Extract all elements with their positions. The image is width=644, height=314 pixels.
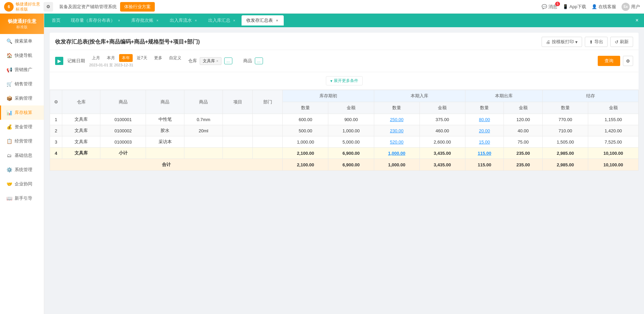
sidebar-logo: 畅捷通好生意 标准版 bbox=[0, 14, 44, 34]
cell-total-in-amt: 3,435.00 bbox=[419, 159, 465, 171]
date-label: 记账日期 bbox=[67, 58, 85, 64]
shortcut-last-month[interactable]: 上月 bbox=[89, 54, 103, 62]
cell-out-amt: 75.00 bbox=[504, 136, 543, 148]
cell-product-name: 采访本 bbox=[146, 136, 184, 148]
tab-close-stock-dist[interactable]: × bbox=[117, 18, 121, 23]
tab-inout-summary[interactable]: 出入库汇总 × bbox=[203, 15, 241, 26]
cell-total-closing-amt: 10,100.00 bbox=[588, 159, 639, 171]
cell-opening-qty: 600.00 bbox=[283, 114, 328, 125]
expand-more-btn[interactable]: ▾ 展开更多条件 bbox=[326, 76, 363, 85]
print-btn[interactable]: 🖨 按模板打印 ▾ bbox=[542, 37, 582, 47]
sidebar-item-search[interactable]: 🔍 搜索菜单 bbox=[0, 34, 44, 48]
cell-in-qty[interactable]: 520.00 bbox=[374, 136, 419, 148]
warehouse-ellipsis[interactable]: ... bbox=[224, 57, 232, 64]
product-ellipsis[interactable]: ... bbox=[255, 57, 263, 64]
tab-home[interactable]: 首页 bbox=[47, 15, 65, 26]
cell-in-qty[interactable]: 230.00 bbox=[374, 125, 419, 136]
chevron-down-icon: ▾ bbox=[575, 39, 578, 45]
refresh-btn[interactable]: ↺ 刷新 bbox=[610, 37, 633, 47]
cell-in-qty[interactable]: 250.00 bbox=[374, 114, 419, 125]
guide-icon: 📖 bbox=[6, 196, 12, 201]
col-opening-amt: 金额 bbox=[328, 102, 374, 114]
app-download-item[interactable]: 📱 App下载 bbox=[563, 4, 586, 10]
sidebar-item-business[interactable]: 📋 经营管理 bbox=[0, 134, 44, 148]
sidebar-item-basic[interactable]: 🗂 基础信息 bbox=[0, 148, 44, 163]
cell-closing-amt: 1,155.00 bbox=[588, 114, 639, 125]
cell-subtotal-in-amt: 3,435.00 bbox=[419, 148, 465, 159]
shortcut-more[interactable]: 更多 bbox=[151, 54, 165, 62]
col-group-closing: 结存 bbox=[543, 90, 639, 102]
export-icon: ⬆ bbox=[589, 39, 593, 45]
cell-closing-qty: 770.00 bbox=[543, 114, 588, 125]
cell-total-opening-qty: 2,100.00 bbox=[283, 159, 328, 171]
shortcut-this-month[interactable]: 本月 bbox=[104, 54, 118, 62]
cell-out-amt: 40.00 bbox=[504, 125, 543, 136]
page-card: 收发存汇总表(按仓库+商品编码+商品+规格型号+项目+部门) 🖨 按模板打印 ▾… bbox=[50, 33, 639, 171]
tab-close-inout-summary[interactable]: × bbox=[232, 18, 236, 23]
shortcut-this-year[interactable]: 本年 bbox=[119, 54, 133, 62]
cell-department bbox=[253, 114, 283, 125]
top-bar: 6 畅捷通好生意 标准版 ⚙ 装备及固定资产辅助管理系统 体验行业方案 💬 消息… bbox=[0, 0, 644, 14]
settings-btn[interactable]: ⚙ bbox=[44, 2, 53, 12]
cell-in-amt: 2,600.00 bbox=[419, 136, 465, 148]
tab-close-recv-send[interactable]: × bbox=[275, 18, 279, 23]
tab-close-inout-flow[interactable]: × bbox=[194, 18, 198, 23]
cell-out-qty[interactable]: 15.00 bbox=[465, 136, 504, 148]
tab-bar-close[interactable]: × bbox=[633, 17, 641, 23]
cell-serial-subtotal: 4 bbox=[50, 148, 62, 159]
sidebar-item-sales[interactable]: 🛒 销售管理 bbox=[0, 77, 44, 91]
cell-product-name: 中性笔 bbox=[146, 114, 184, 125]
sales-icon: 🛒 bbox=[6, 81, 12, 87]
table-row: 3 文具库 0100003 采访本 1,000.00 5,000.00 bbox=[50, 136, 639, 148]
cell-subtotal-opening-amt: 6,900.00 bbox=[328, 148, 374, 159]
shortcut-custom[interactable]: 自定义 bbox=[166, 54, 184, 62]
business-icon: 📋 bbox=[6, 138, 12, 144]
query-btn[interactable]: 查询 bbox=[598, 56, 620, 66]
warehouse-tag[interactable]: 文具库 × bbox=[200, 57, 221, 65]
cell-opening-qty: 1,000.00 bbox=[283, 136, 328, 148]
experience-btn[interactable]: 体验行业方案 bbox=[120, 2, 155, 12]
warehouse-tag-close[interactable]: × bbox=[216, 59, 218, 63]
cell-out-qty[interactable]: 20.00 bbox=[465, 125, 504, 136]
cell-out-qty[interactable]: 80.00 bbox=[465, 114, 504, 125]
tab-recv-send[interactable]: 收发存汇总表 × bbox=[242, 15, 284, 26]
col-product-name: 商品 bbox=[146, 90, 184, 114]
total-row: 合计 2,100.00 6,900.00 1,000.00 3,435.00 1… bbox=[50, 159, 639, 171]
sidebar-item-purchase[interactable]: 📦 采购管理 bbox=[0, 91, 44, 105]
col-gear: ⚙ bbox=[50, 90, 62, 114]
message-item[interactable]: 💬 消息 6 bbox=[542, 4, 557, 10]
user-item[interactable]: Ea 用户 bbox=[622, 3, 640, 11]
cell-department bbox=[253, 136, 283, 148]
cell-total-in-qty: 1,000.00 bbox=[374, 159, 419, 171]
sidebar-item-collab[interactable]: 🤝 企业协同 bbox=[0, 177, 44, 191]
cell-serial: 1 bbox=[50, 114, 62, 125]
sidebar-item-guide[interactable]: 📖 新手引导 bbox=[0, 191, 44, 205]
tab-inout-flow[interactable]: 出入库流水 × bbox=[165, 15, 203, 26]
message-icon: 💬 bbox=[542, 4, 547, 9]
user-avatar: Ea bbox=[622, 3, 630, 11]
tab-stock-dist[interactable]: 现存量（库存分布表） × bbox=[66, 15, 126, 26]
sidebar-item-inventory[interactable]: 📊 库存核算 bbox=[0, 105, 44, 120]
export-btn[interactable]: ⬆ 导出 bbox=[585, 37, 608, 47]
sidebar-item-system[interactable]: ⚙️ 系统管理 bbox=[0, 163, 44, 177]
cell-closing-qty: 1,505.00 bbox=[543, 136, 588, 148]
cell-product-code: 0100001 bbox=[100, 114, 146, 125]
sidebar-item-quick-nav[interactable]: 🏠 快捷导航 bbox=[0, 48, 44, 63]
filter-toggle[interactable]: ▶ bbox=[55, 57, 63, 65]
shortcut-7days[interactable]: 近7天 bbox=[134, 54, 150, 62]
cell-total-opening-amt: 6,900.00 bbox=[328, 159, 374, 171]
main-area: 畅捷通好生意 标准版 🔍 搜索菜单 🏠 快捷导航 📢 营销推广 🛒 销售管理 📦 bbox=[0, 14, 644, 314]
tab-bar: 首页 现存量（库存分布表） × 库存批次账 × 出入库流水 × 出入库汇总 × bbox=[44, 14, 644, 27]
cell-subtotal-empty2 bbox=[184, 148, 223, 159]
cell-subtotal-out-qty[interactable]: 115.00 bbox=[465, 148, 504, 159]
table-settings-btn[interactable]: ⚙ bbox=[623, 56, 633, 66]
online-service-item[interactable]: 👤 在线客服 bbox=[592, 4, 616, 10]
tab-batch[interactable]: 库存批次账 × bbox=[127, 15, 164, 26]
cell-warehouse: 文具库 bbox=[62, 125, 100, 136]
tab-close-batch[interactable]: × bbox=[155, 18, 160, 23]
sidebar-item-marketing[interactable]: 📢 营销推广 bbox=[0, 63, 44, 77]
sidebar-item-finance[interactable]: 💰 资金管理 bbox=[0, 120, 44, 134]
col-product-code: 商品 bbox=[100, 90, 146, 114]
cell-subtotal-in-qty[interactable]: 1,000.00 bbox=[374, 148, 419, 159]
phone-icon: 📱 bbox=[563, 4, 568, 9]
